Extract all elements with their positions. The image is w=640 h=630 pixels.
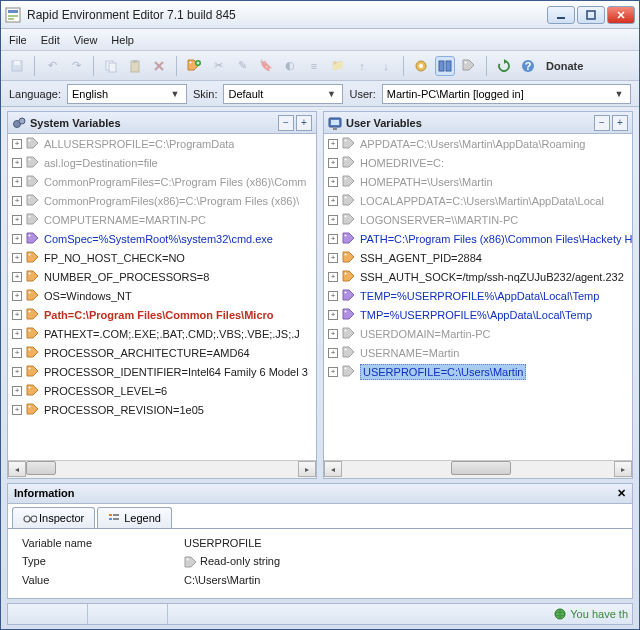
collapse-button[interactable]: − <box>594 115 610 131</box>
titlebar[interactable]: Rapid Environment Editor 7.1 build 845 <box>1 1 639 29</box>
cut-icon[interactable]: ✂ <box>208 56 228 76</box>
variable-row[interactable]: +PROCESSOR_IDENTIFIER=Intel64 Family 6 M… <box>8 362 316 381</box>
expand-icon[interactable]: + <box>12 196 22 206</box>
toggle-icon[interactable]: ◐ <box>280 56 300 76</box>
variable-row[interactable]: +PATH=C:\Program Files (x86)\Common File… <box>324 229 632 248</box>
menu-file[interactable]: File <box>9 34 27 46</box>
save-icon[interactable] <box>7 56 27 76</box>
movedown-icon[interactable]: ↓ <box>376 56 396 76</box>
tag-filter-icon[interactable] <box>459 56 479 76</box>
variable-row[interactable]: +NUMBER_OF_PROCESSORS=8 <box>8 267 316 286</box>
expand-icon[interactable]: + <box>328 348 338 358</box>
variable-row[interactable]: +PROCESSOR_ARCHITECTURE=AMD64 <box>8 343 316 362</box>
copy-icon[interactable] <box>101 56 121 76</box>
expand-icon[interactable]: + <box>328 367 338 377</box>
expand-icon[interactable]: + <box>12 215 22 225</box>
folder-icon[interactable]: 📁 <box>328 56 348 76</box>
variable-row[interactable]: +TMP=%USERPROFILE%\AppData\Local\Temp <box>324 305 632 324</box>
scroll-left-icon[interactable]: ◂ <box>324 461 342 477</box>
variable-row[interactable]: +LOCALAPPDATA=C:\Users\Martin\AppData\Lo… <box>324 191 632 210</box>
language-dropdown[interactable]: English▼ <box>67 84 187 104</box>
help-icon[interactable]: ? <box>518 56 538 76</box>
tab-inspector[interactable]: Inspector <box>12 507 95 528</box>
add-variable-icon[interactable] <box>184 56 204 76</box>
variable-row[interactable]: +HOMEDRIVE=C: <box>324 153 632 172</box>
split-view-icon[interactable] <box>435 56 455 76</box>
add-button[interactable]: + <box>296 115 312 131</box>
menu-view[interactable]: View <box>74 34 98 46</box>
expand-icon[interactable]: + <box>328 158 338 168</box>
expand-icon[interactable]: + <box>12 386 22 396</box>
variable-row[interactable]: +CommonProgramFiles(x86)=C:\Program File… <box>8 191 316 210</box>
menu-edit[interactable]: Edit <box>41 34 60 46</box>
expand-icon[interactable]: + <box>12 291 22 301</box>
expand-icon[interactable]: + <box>328 196 338 206</box>
expand-icon[interactable]: + <box>12 405 22 415</box>
variable-row[interactable]: +LOGONSERVER=\\MARTIN-PC <box>324 210 632 229</box>
delete-icon[interactable] <box>149 56 169 76</box>
expand-icon[interactable]: + <box>12 367 22 377</box>
variable-row[interactable]: +OS=Windows_NT <box>8 286 316 305</box>
variable-row[interactable]: +TEMP=%USERPROFILE%\AppData\Local\Temp <box>324 286 632 305</box>
scroll-right-icon[interactable]: ▸ <box>298 461 316 477</box>
close-button[interactable] <box>607 6 635 24</box>
expand-icon[interactable]: + <box>328 291 338 301</box>
expand-icon[interactable]: + <box>12 329 22 339</box>
expand-icon[interactable]: + <box>12 234 22 244</box>
add-button[interactable]: + <box>612 115 628 131</box>
variable-row[interactable]: +USERDOMAIN=Martin-PC <box>324 324 632 343</box>
menu-help[interactable]: Help <box>111 34 134 46</box>
variable-row[interactable]: +COMPUTERNAME=MARTIN-PC <box>8 210 316 229</box>
donate-link[interactable]: Donate <box>546 60 583 72</box>
variable-row[interactable]: +asl.log=Destination=file <box>8 153 316 172</box>
system-hscroll[interactable]: ◂ ▸ <box>8 460 316 478</box>
variable-row[interactable]: +PATHEXT=.COM;.EXE;.BAT;.CMD;.VBS;.VBE;.… <box>8 324 316 343</box>
expand-icon[interactable]: + <box>12 177 22 187</box>
variable-row[interactable]: +CommonProgramFiles=C:\Program Files (x8… <box>8 172 316 191</box>
scroll-left-icon[interactable]: ◂ <box>8 461 26 477</box>
bookmark-icon[interactable]: 🔖 <box>256 56 276 76</box>
refresh-icon[interactable] <box>494 56 514 76</box>
variable-row[interactable]: +FP_NO_HOST_CHECK=NO <box>8 248 316 267</box>
expand-icon[interactable]: + <box>12 139 22 149</box>
variable-row[interactable]: +USERNAME=Martin <box>324 343 632 362</box>
expand-icon[interactable]: + <box>328 215 338 225</box>
expand-icon[interactable]: + <box>328 329 338 339</box>
variable-row[interactable]: +USERPROFILE=C:\Users\Martin <box>324 362 632 381</box>
variable-row[interactable]: +HOMEPATH=\Users\Martin <box>324 172 632 191</box>
scroll-thumb[interactable] <box>451 461 511 475</box>
expand-icon[interactable]: + <box>12 348 22 358</box>
maximize-button[interactable] <box>577 6 605 24</box>
system-variables-list[interactable]: +ALLUSERSPROFILE=C:\ProgramData+asl.log=… <box>8 134 316 460</box>
scroll-thumb[interactable] <box>26 461 56 475</box>
collapse-button[interactable]: − <box>278 115 294 131</box>
variable-row[interactable]: +SSH_AUTH_SOCK=/tmp/ssh-nqZUJuB232/agent… <box>324 267 632 286</box>
list-icon[interactable]: ≡ <box>304 56 324 76</box>
settings-icon[interactable] <box>411 56 431 76</box>
variable-row[interactable]: +APPDATA=C:\Users\Martin\AppData\Roaming <box>324 134 632 153</box>
user-dropdown[interactable]: Martin-PC\Martin [logged in]▼ <box>382 84 631 104</box>
expand-icon[interactable]: + <box>328 234 338 244</box>
variable-row[interactable]: +ComSpec=%SystemRoot%\system32\cmd.exe <box>8 229 316 248</box>
edit-icon[interactable]: ✎ <box>232 56 252 76</box>
skin-dropdown[interactable]: Default▼ <box>223 84 343 104</box>
paste-icon[interactable] <box>125 56 145 76</box>
user-hscroll[interactable]: ◂ ▸ <box>324 460 632 478</box>
expand-icon[interactable]: + <box>328 253 338 263</box>
expand-icon[interactable]: + <box>12 158 22 168</box>
variable-row[interactable]: +Path=C:\Program Files\Common Files\Micr… <box>8 305 316 324</box>
expand-icon[interactable]: + <box>328 272 338 282</box>
variable-row[interactable]: +PROCESSOR_REVISION=1e05 <box>8 400 316 419</box>
tab-legend[interactable]: Legend <box>97 507 172 528</box>
user-variables-list[interactable]: +APPDATA=C:\Users\Martin\AppData\Roaming… <box>324 134 632 460</box>
undo-icon[interactable]: ↶ <box>42 56 62 76</box>
info-close-icon[interactable]: ✕ <box>617 487 626 500</box>
scroll-right-icon[interactable]: ▸ <box>614 461 632 477</box>
expand-icon[interactable]: + <box>328 310 338 320</box>
variable-row[interactable]: +PROCESSOR_LEVEL=6 <box>8 381 316 400</box>
expand-icon[interactable]: + <box>12 253 22 263</box>
variable-row[interactable]: +ALLUSERSPROFILE=C:\ProgramData <box>8 134 316 153</box>
minimize-button[interactable] <box>547 6 575 24</box>
variable-row[interactable]: +SSH_AGENT_PID=2884 <box>324 248 632 267</box>
expand-icon[interactable]: + <box>328 139 338 149</box>
